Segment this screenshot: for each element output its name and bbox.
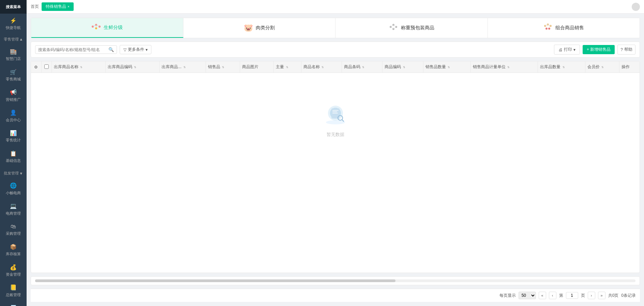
page-container: 生鲜分级 🐷 肉类分割 xyxy=(27,14,644,306)
tab-meat-cut[interactable]: 🐷 肉类分割 xyxy=(183,18,336,38)
th-goods-barcode[interactable]: 商品条码 ⇅ xyxy=(342,61,382,73)
th-sale-qty-label: 销售品数量 xyxy=(425,64,446,69)
page-label: 第 xyxy=(559,293,563,299)
sidebar-item-retail-mall[interactable]: 🛒 零售商城 xyxy=(0,65,27,86)
sidebar-item-ecom-mgmt[interactable]: 💻 电商管理 xyxy=(0,199,27,219)
per-page-select[interactable]: 50 20 100 xyxy=(519,292,536,299)
svg-point-22 xyxy=(326,120,345,124)
th-member-price[interactable]: 会员价 ⇅ xyxy=(585,61,619,73)
empty-state-illustration xyxy=(322,100,349,127)
meat-cut-icon: 🐷 xyxy=(244,24,253,32)
sort-icon-out-qty: ⇅ xyxy=(563,66,565,69)
fresh-grade-icon xyxy=(91,23,101,32)
sidebar-item-finance[interactable]: 💰 资金管理 xyxy=(0,260,27,281)
search-input[interactable] xyxy=(38,47,107,52)
sidebar-item-quick-nav[interactable]: ⚡ 快捷导航 xyxy=(0,14,27,34)
sidebar-item-members[interactable]: 👤 会员中心 xyxy=(0,106,27,126)
th-out-goods-code[interactable]: 出库商品编码 ⇅ xyxy=(105,61,159,73)
prev-page-button[interactable]: ‹ xyxy=(549,292,556,299)
next-page-button[interactable]: › xyxy=(588,292,595,299)
th-main-weight[interactable]: 主量 ⇅ xyxy=(274,61,301,73)
th-sale-goods-label: 销售品 xyxy=(208,64,220,69)
toolbar-right: 🖨 打印 ▾ + 新增销售品 ? 帮助 xyxy=(554,45,635,55)
mini-ecom-icon: 🌐 xyxy=(1,182,25,189)
sidebar-item-retail-mgmt[interactable]: 零售管理 ▲ xyxy=(0,34,27,45)
svg-point-19 xyxy=(548,28,550,30)
sort-icon-goods-barcode: ⇅ xyxy=(362,66,364,69)
help-button[interactable]: ? 帮助 xyxy=(617,45,635,55)
empty-state-row: 暂无数据 xyxy=(31,73,640,165)
table-body: 暂无数据 xyxy=(31,73,640,165)
search-icon[interactable]: 🔍 xyxy=(108,47,114,52)
tab-combo-label: 组合商品销售 xyxy=(555,25,584,31)
sidebar-item-label: 电商管理 xyxy=(6,211,21,215)
smart-store-icon: 🏬 xyxy=(1,48,25,56)
retail-mgmt-label: 零售管理 xyxy=(4,37,19,42)
topbar-right xyxy=(632,3,640,11)
th-sale-qty[interactable]: 销售品数量 ⇅ xyxy=(423,61,470,73)
th-out-goods-name[interactable]: 出库商品名称 ⇅ xyxy=(51,61,105,73)
page-number-input[interactable] xyxy=(566,292,578,299)
topbar-active-tab[interactable]: 特殊销售品 × xyxy=(42,2,74,11)
inventory-icon: 📦 xyxy=(1,243,25,251)
th-checkbox[interactable] xyxy=(41,61,51,73)
sidebar-item-mini-ecom[interactable]: 🌐 小畅电商 xyxy=(0,179,27,199)
sidebar-item-inventory[interactable]: 📦 库存核算 xyxy=(0,240,27,260)
topbar-home[interactable]: 首页 xyxy=(31,4,39,10)
svg-rect-26 xyxy=(332,110,339,111)
weigh-pack-icon xyxy=(389,23,398,33)
print-label: 打印 xyxy=(564,47,572,52)
th-goods-name[interactable]: 商品名称 ⇅ xyxy=(301,61,342,73)
sidebar: 搜索菜单 ⚡ 快捷导航 零售管理 ▲ 🏬 智慧门店 🛒 零售商城 📢 营销推广 … xyxy=(0,0,27,306)
sidebar-item-smart-store[interactable]: 🏬 智慧门店 xyxy=(0,45,27,65)
tab-weigh-pack[interactable]: 称重预包装商品 xyxy=(335,18,488,38)
sidebar-item-label: 零售商城 xyxy=(6,77,21,81)
filter-button[interactable]: ▽ 更多条件 ▾ xyxy=(120,45,151,54)
filter-arrow: ▾ xyxy=(146,47,148,52)
sidebar-item-basic-info[interactable]: 📋 基础信息 xyxy=(0,147,27,167)
th-settings[interactable]: ⚙ xyxy=(31,61,41,73)
scrollbar-thumb xyxy=(35,279,395,282)
svg-line-12 xyxy=(393,25,396,27)
add-button[interactable]: + 新增销售品 xyxy=(583,45,615,54)
th-action: 操作 xyxy=(619,61,640,73)
filter-icon: ▽ xyxy=(123,47,126,52)
page-unit: 页 xyxy=(581,293,585,299)
select-all-checkbox[interactable] xyxy=(44,64,49,69)
sort-icon-member-price: ⇅ xyxy=(601,66,604,69)
horizontal-scrollbar[interactable] xyxy=(35,279,635,282)
th-out-goods-spec[interactable]: 出库商品... ⇅ xyxy=(160,61,206,73)
sort-icon-goods-name: ⇅ xyxy=(321,66,324,69)
th-goods-code[interactable]: 商品编码 ⇅ xyxy=(383,61,423,73)
tab-fresh-grade[interactable]: 生鲜分级 xyxy=(31,18,183,38)
wholesale-mgmt-arrow: ▼ xyxy=(19,171,23,175)
first-page-button[interactable]: « xyxy=(539,292,546,299)
th-sale-goods[interactable]: 销售品 ⇅ xyxy=(206,61,240,73)
sidebar-item-label: 总账管理 xyxy=(6,293,21,297)
sidebar-item-purchase-mgmt[interactable]: 🛍 采购管理 xyxy=(0,219,27,240)
sidebar-item-general-ledger[interactable]: 📒 总账管理 xyxy=(0,280,27,301)
total-records: 0条记录 xyxy=(621,293,636,299)
th-sale-unit[interactable]: 销售商品计量单位 ⇅ xyxy=(470,61,538,73)
last-page-button[interactable]: » xyxy=(598,292,605,299)
sort-icon-sale-unit: ⇅ xyxy=(507,66,510,69)
close-tab-icon[interactable]: × xyxy=(68,5,70,9)
tab-combo[interactable]: 组合商品销售 xyxy=(488,18,640,38)
table-header-row: ⚙ 出库商品名称 ⇅ 出库商品编码 ⇅ 出库商品 xyxy=(31,61,640,73)
help-icon: ? xyxy=(620,47,623,52)
th-out-qty[interactable]: 出库品数量 ⇅ xyxy=(538,61,585,73)
th-member-price-label: 会员价 xyxy=(587,64,600,69)
sidebar-item-label: 营销推广 xyxy=(6,97,21,102)
sidebar-item-label: 快捷导航 xyxy=(6,26,21,30)
retail-mall-icon: 🛒 xyxy=(1,68,25,76)
svg-point-18 xyxy=(545,28,548,30)
marketing-icon: 📢 xyxy=(1,89,25,96)
sidebar-item-retail-stats[interactable]: 📊 零售统计 xyxy=(0,126,27,147)
svg-rect-28 xyxy=(332,113,338,113)
sidebar-item-invoice[interactable]: 🧾 发票管理 xyxy=(0,301,27,306)
search-box[interactable]: 🔍 xyxy=(35,45,117,54)
print-button[interactable]: 🖨 打印 ▾ xyxy=(554,45,580,55)
sidebar-item-wholesale-mgmt[interactable]: 批发管理 ▼ xyxy=(0,168,27,179)
sidebar-item-marketing[interactable]: 📢 营销推广 xyxy=(0,85,27,106)
per-page-label: 每页显示 xyxy=(499,293,516,299)
